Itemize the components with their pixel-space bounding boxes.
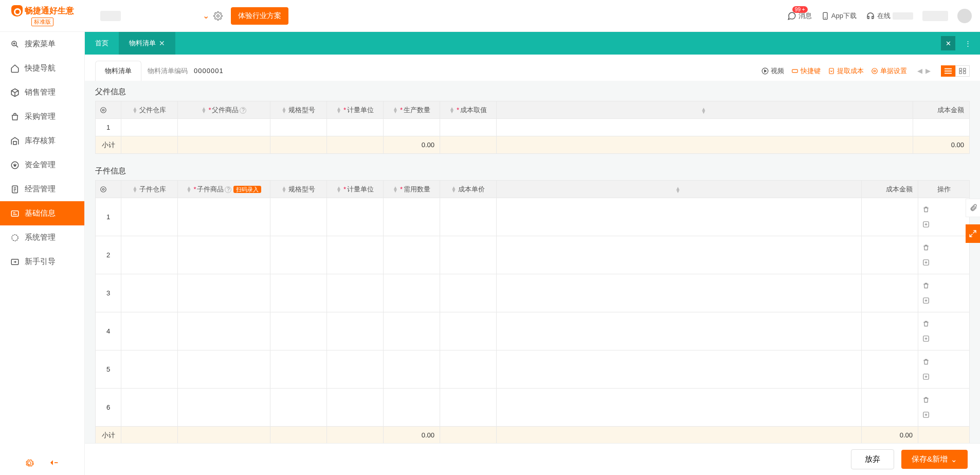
sort-icon: ▲▼ xyxy=(282,186,287,192)
online-label: 在线 xyxy=(877,11,891,21)
shortcut-link[interactable]: 快捷键 xyxy=(791,66,821,76)
sidebar-item-label: 采购管理 xyxy=(25,112,56,121)
col-child-cost-amount[interactable]: 成本金额 xyxy=(862,181,918,198)
sidebar-item-nav[interactable]: 快捷导航 xyxy=(0,56,84,80)
delete-icon[interactable] xyxy=(922,396,965,403)
sidebar-item-system[interactable]: 系统管理 xyxy=(0,225,84,250)
col-parent-blank[interactable]: ▲▼ xyxy=(497,101,913,119)
user-avatar[interactable] xyxy=(957,9,972,23)
col-child-warehouse[interactable]: ▲▼子件仓库 xyxy=(121,181,178,198)
video-link[interactable]: 视频 xyxy=(761,66,784,76)
experience-button[interactable]: 体验行业方案 xyxy=(231,7,288,25)
table-row[interactable]: 1 xyxy=(96,198,970,236)
discard-button[interactable]: 放弃 xyxy=(851,449,894,469)
parent-subtotal-amount: 0.00 xyxy=(913,136,970,154)
extract-icon xyxy=(828,67,835,75)
home-icon xyxy=(10,64,20,73)
sidebar-item-guide[interactable]: 新手引导 xyxy=(0,250,84,274)
sidebar-item-basic[interactable]: 基础信息 xyxy=(0,201,84,225)
next-icon[interactable]: ▶ xyxy=(925,67,931,75)
svg-rect-30 xyxy=(964,71,966,73)
col-child-qty[interactable]: ▲▼*需用数量 xyxy=(384,181,440,198)
gear-icon[interactable] xyxy=(100,186,117,193)
footer-bar: 放弃 保存&新增⌄ xyxy=(85,443,980,475)
sort-icon: ▲▼ xyxy=(336,107,341,113)
delete-icon[interactable] xyxy=(922,320,965,327)
col-parent-cost-amount[interactable]: 成本金额 xyxy=(913,101,970,119)
col-child-blank[interactable]: ▲▼ xyxy=(497,181,862,198)
sidebar-item-sales[interactable]: 销售管理 xyxy=(0,80,84,104)
logo: 畅捷通好生意 标准版 xyxy=(0,5,85,26)
bill-setting-link[interactable]: 单据设置 xyxy=(871,66,907,76)
sidebar-item-operation[interactable]: 经营管理 xyxy=(0,177,84,201)
col-parent-cost-method[interactable]: ▲▼*成本取值 xyxy=(440,101,497,119)
table-row[interactable]: 2 xyxy=(96,236,970,274)
delete-icon[interactable] xyxy=(922,206,965,213)
table-row[interactable]: 4 xyxy=(96,312,970,350)
expand-handle[interactable] xyxy=(966,224,980,243)
add-icon[interactable] xyxy=(922,221,965,228)
col-parent-spec[interactable]: ▲▼规格型号 xyxy=(270,101,327,119)
sort-icon: ▲▼ xyxy=(282,107,287,113)
more-icon[interactable]: ⋮ xyxy=(960,36,975,50)
gear-icon[interactable] xyxy=(100,107,117,114)
add-icon[interactable] xyxy=(922,297,965,304)
delete-icon[interactable] xyxy=(922,358,965,365)
parent-section-title: 父件信息 xyxy=(95,81,970,101)
col-parent-warehouse[interactable]: ▲▼父件仓库 xyxy=(121,101,178,119)
col-parent-qty[interactable]: ▲▼*生产数量 xyxy=(384,101,440,119)
child-subtotal-qty: 0.00 xyxy=(384,427,440,444)
add-icon[interactable] xyxy=(922,373,965,380)
table-row[interactable]: 3 xyxy=(96,274,970,312)
sidebar-item-finance[interactable]: 资金管理 xyxy=(0,153,84,177)
sidebar-item-inventory[interactable]: 库存核算 xyxy=(0,129,84,153)
row-index: 4 xyxy=(96,312,121,350)
col-parent-product[interactable]: ▲▼*父件商品? xyxy=(178,101,270,119)
box-icon xyxy=(10,88,20,97)
clipboard-icon xyxy=(10,185,20,194)
sidebar-item-label: 快捷导航 xyxy=(25,63,56,73)
save-add-button[interactable]: 保存&新增⌄ xyxy=(901,450,968,469)
prev-icon[interactable]: ◀ xyxy=(917,67,922,75)
sidebar-item-search[interactable]: 搜索菜单 xyxy=(0,32,84,56)
messages-button[interactable]: 消息 99 + xyxy=(787,11,812,21)
delete-icon[interactable] xyxy=(922,244,965,251)
svg-point-33 xyxy=(102,188,104,190)
collapse-icon[interactable] xyxy=(49,459,60,468)
download-button[interactable]: App下载 xyxy=(821,11,857,21)
settings-icon[interactable] xyxy=(213,11,223,21)
view-list-button[interactable] xyxy=(941,65,955,77)
col-child-op: 操作 xyxy=(918,181,970,198)
info-icon[interactable]: ? xyxy=(225,186,231,193)
subtotal-label: 小计 xyxy=(96,427,121,444)
tab-bom[interactable]: 物料清单✕ xyxy=(119,32,175,55)
col-child-unit[interactable]: ▲▼*计量单位 xyxy=(327,181,384,198)
row-index: 2 xyxy=(96,236,121,274)
support-button[interactable]: 在线 xyxy=(866,11,913,21)
col-child-product[interactable]: ▲▼*子件商品?扫码录入 xyxy=(178,181,270,198)
table-row[interactable]: 6 xyxy=(96,389,970,427)
sub-tab-bom[interactable]: 物料清单 xyxy=(95,61,141,81)
col-child-unit-cost[interactable]: ▲▼成本单价 xyxy=(440,181,497,198)
org-selector[interactable]: ⌄ xyxy=(85,11,213,21)
col-child-spec[interactable]: ▲▼规格型号 xyxy=(270,181,327,198)
tab-home[interactable]: 首页 xyxy=(85,32,119,55)
footer-gear-icon[interactable] xyxy=(25,459,34,468)
info-icon[interactable]: ? xyxy=(240,107,246,114)
add-icon[interactable] xyxy=(922,411,965,418)
add-icon[interactable] xyxy=(922,335,965,342)
add-icon[interactable] xyxy=(922,259,965,266)
scan-tag[interactable]: 扫码录入 xyxy=(233,186,261,193)
view-card-button[interactable] xyxy=(955,65,970,77)
delete-icon[interactable] xyxy=(922,282,965,289)
extract-cost-link[interactable]: 提取成本 xyxy=(828,66,864,76)
close-icon[interactable]: ✕ xyxy=(159,39,165,47)
table-row[interactable]: 5 xyxy=(96,350,970,389)
attachment-handle[interactable] xyxy=(966,199,980,217)
sort-icon: ▲▼ xyxy=(187,186,192,192)
table-row[interactable]: 1 xyxy=(96,119,970,136)
sidebar-item-purchase[interactable]: 采购管理 xyxy=(0,104,84,129)
col-parent-unit[interactable]: ▲▼*计量单位 xyxy=(327,101,384,119)
tab-label: 首页 xyxy=(95,39,108,48)
close-all-icon[interactable]: ✕ xyxy=(941,36,955,50)
